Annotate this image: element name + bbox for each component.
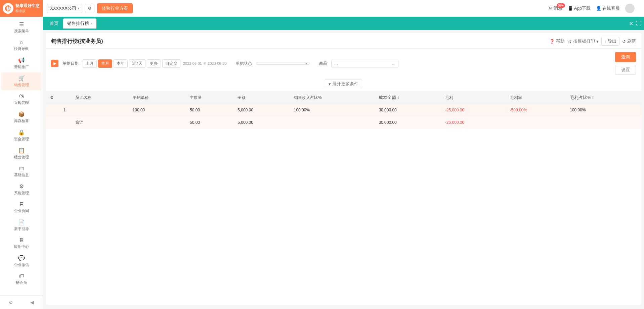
tabbar: 首页 销售排行榜 × ✕ ⛶ [43,17,644,30]
settings-button[interactable]: 设置 [615,65,636,75]
sidebar-item-basic-info[interactable]: 🗃 基础信息 [1,163,41,180]
sidebar-item-label: 系统管理 [14,191,29,196]
summary-label: 合计 [71,116,129,129]
sidebar-item-app-center[interactable]: 🖥 应用中心 [1,235,41,252]
sidebar-item-label: 采购管理 [14,100,29,105]
goods-more-icon[interactable]: … [392,61,395,65]
sidebar-item-system[interactable]: ⚙ 系统管理 [1,181,41,198]
sidebar-item-operation[interactable]: 📋 经营管理 [1,145,41,162]
main-area: XXXXXX公司 ▾ ⚙ 体验行业方案 ✉ 消息 99+ 📱 App下载 👤 在… [43,0,644,309]
online-service-btn[interactable]: 👤 在线客服 [596,5,620,11]
sidebar-item-finance[interactable]: 🔒 资金管理 [1,126,41,144]
marketing-icon: 📢 [18,57,25,63]
sidebar-item-member[interactable]: 🏷 畅会员 [1,270,41,288]
status-label: 单据状态 [236,61,252,66]
custom-date-btn[interactable]: 自定义 [162,59,180,68]
goods-input[interactable]: ... … [331,60,398,67]
print-btn[interactable]: 🖨 按模板打印 ▾ [567,38,599,44]
tabbar-right: ✕ ⛶ [629,20,641,27]
cost-help-icon[interactable]: ℹ [397,96,399,100]
window-max-btn[interactable]: ⛶ [636,20,641,27]
refresh-btn[interactable]: ↺ 刷新 [622,38,636,44]
sidebar-item-purchase[interactable]: 🛍 采购管理 [1,91,41,108]
cell-rank: 1 [58,104,71,116]
service-icon: 👤 [596,6,601,11]
page-actions: ❓ 帮助 🖨 按模板打印 ▾ ↑ 导出 ↺ 刷新 [549,37,636,46]
sidebar-item-label: 企业协同 [14,208,29,213]
more-date-btn[interactable]: 更多 [147,59,161,68]
wechat-icon: 💬 [18,255,25,261]
tab-home[interactable]: 首页 [46,18,62,29]
expand-conditions-btn[interactable]: ▾ 展开更多条件 [325,80,362,88]
this-year-btn[interactable]: 本年 [114,59,128,68]
table-header: ⚙ 员工名称 平均单价 主数量 全额 销售收入占比% 成本全额 ℹ 毛利 [46,91,641,104]
this-month-btn[interactable]: 本月 [98,59,112,68]
topbar-settings-btn[interactable]: ⚙ [85,4,94,13]
sidebar-item-enterprise[interactable]: 🖥 企业协同 [1,199,41,216]
topbar-right: ✉ 消息 99+ 📱 App下载 👤 在线客服 [549,4,640,13]
filter-toggle-btn[interactable]: ▶ [51,60,58,67]
cell-amount: 5,000.00 [233,104,290,116]
summary-rank-cell [58,116,71,129]
sidebar-item-search-order[interactable]: ☰ 搜索菜单 [1,18,41,36]
sidebar-item-guide[interactable]: 📄 新手引导 [1,216,41,234]
table-row: 1 100.00 50.00 5,000.00 100.00% 30,000.0… [46,104,641,116]
tab-home-label: 首页 [50,20,58,27]
guide-icon: 📄 [18,219,25,225]
summary-settings-cell [46,116,58,129]
page-inner: 销售排行榜(按业务员) ❓ 帮助 🖨 按模板打印 ▾ ↑ 导出 [46,33,641,305]
content-area: 销售排行榜(按业务员) ❓ 帮助 🖨 按模板打印 ▾ ↑ 导出 [43,30,644,309]
purchase-icon: 🛍 [19,93,24,99]
summary-gross-rate [506,116,566,129]
message-btn[interactable]: ✉ 消息 99+ [549,5,562,11]
sidebar-item-sales[interactable]: 🛒 销售管理 [1,72,41,90]
summary-sales-pct [290,116,375,129]
sidebar-item-label: 库存核算 [14,118,29,123]
logo: 畅 畅康通好生意 标准版 [0,0,43,17]
status-select[interactable] [256,62,310,65]
sidebar-item-inventory[interactable]: 📦 库存核算 [1,108,41,126]
sidebar-item-marketing[interactable]: 📢 营销推广 [1,54,41,72]
gross-pct-help-icon[interactable]: ℹ [592,96,594,100]
sidebar-nav: ☰ 搜索菜单 ⌂ 快捷导航 📢 营销推广 🛒 销售管理 🛍 采购管理 📦 库存核… [0,17,43,295]
last-month-btn[interactable]: 上月 [83,59,97,68]
last7-btn[interactable]: 近7天 [129,59,145,68]
message-icon: ✉ [549,6,553,11]
tab-close-icon[interactable]: × [90,21,92,25]
help-icon: ❓ [549,39,555,44]
sidebar-item-wechat[interactable]: 💬 企业微信 [1,252,41,270]
window-close-btn[interactable]: ✕ [629,20,633,27]
logo-text: 畅康通好生意 [15,3,40,9]
sidebar-item-label: 基础信息 [14,172,29,177]
sidebar-item-quick-nav[interactable]: ⌂ 快捷导航 [1,37,41,54]
inventory-icon: 📦 [18,111,25,117]
col-settings[interactable]: ⚙ [46,91,58,104]
table-header-row: ⚙ 员工名称 平均单价 主数量 全额 销售收入占比% 成本全额 ℹ 毛利 [46,91,641,104]
cell-name [71,104,129,116]
col-rank [58,91,71,104]
basic-info-icon: 🗃 [19,165,24,171]
sidebar-settings-btn[interactable]: ⚙ [6,298,16,306]
operation-icon: 📋 [18,147,25,154]
query-button[interactable]: 查询 [615,52,636,62]
sidebar-collapse-btn[interactable]: ◀ [28,298,37,306]
cell-gross: -25,000.00 [441,104,506,116]
sidebar: 畅 畅康通好生意 标准版 ☰ 搜索菜单 ⌂ 快捷导航 📢 营销推广 🛒 销售管理… [0,0,43,309]
export-btn[interactable]: ↑ 导出 [601,37,620,46]
sidebar-item-label: 资金管理 [14,137,29,142]
trial-button[interactable]: 体验行业方案 [97,3,133,13]
tab-sales-rank[interactable]: 销售排行榜 × [63,18,96,29]
avatar[interactable] [625,4,635,13]
help-btn[interactable]: ❓ 帮助 [549,38,565,44]
company-selector[interactable]: XXXXXX公司 ▾ [47,4,82,13]
summary-gross: -25,000.00 [441,116,506,129]
app-download-btn[interactable]: 📱 App下载 [568,5,591,11]
print-icon: 🖨 [567,39,572,44]
cell-cost: 30,000.00 [375,104,441,116]
system-icon: ⚙ [19,183,24,190]
finance-icon: 🔒 [18,129,25,136]
sales-icon: 🛒 [18,75,25,82]
table-body: 1 100.00 50.00 5,000.00 100.00% 30,000.0… [46,104,641,116]
col-gross-rate: 毛利率 [506,91,566,104]
sidebar-item-label: 经营管理 [14,155,29,160]
